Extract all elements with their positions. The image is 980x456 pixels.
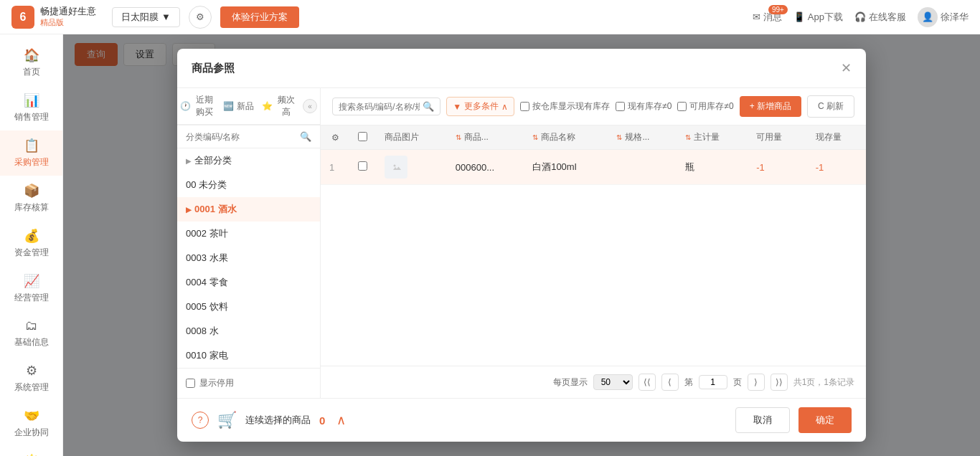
sidebar-item-sales[interactable]: 📊 销售管理	[0, 85, 62, 130]
category-item-all[interactable]: ▶ 全部分类	[177, 148, 320, 173]
table-row[interactable]: 1	[321, 150, 866, 185]
store-selector[interactable]: 日太阳膜 ▼	[112, 7, 180, 27]
modal-close-button[interactable]: ✕	[841, 60, 852, 76]
th-product-code: ⇅ 商品...	[447, 125, 524, 150]
page-number-input[interactable]	[699, 375, 727, 389]
new-icon: 🆕	[223, 101, 234, 111]
page-of-label: 页	[733, 376, 742, 389]
add-product-button[interactable]: + 新增商品	[740, 96, 801, 117]
collapse-left-button[interactable]: «	[303, 99, 317, 113]
online-service-nav-item[interactable]: 🎧 在线客服	[854, 11, 906, 24]
stock-not-zero-checkbox[interactable]	[616, 102, 625, 111]
sort-icon-name: ⇅	[532, 133, 538, 141]
sidebar-item-finance[interactable]: 💰 资金管理	[0, 221, 62, 266]
th-product-image: 商品图片	[376, 125, 447, 150]
message-badge: 99+	[768, 5, 788, 14]
nav-icons: ✉ 消息 99+ 📱 App下载 🎧 在线客服 👤 徐泽华	[753, 7, 969, 27]
tab-high-frequency[interactable]: ⭐ 频次高	[259, 88, 300, 124]
cell-image	[376, 150, 447, 185]
help-button[interactable]: ?	[192, 412, 209, 429]
checkbox-stock-not-zero[interactable]: 现有库存≠0	[616, 100, 672, 113]
operations-icon: 📈	[24, 273, 39, 289]
arrow-active-icon: ▶	[186, 206, 192, 214]
modal-title: 商品参照	[192, 62, 235, 75]
gear-button[interactable]: ⚙	[189, 6, 212, 29]
category-item-water[interactable]: 0008 水	[177, 319, 320, 343]
th-spec: ⇅ 规格...	[608, 125, 677, 150]
display-disabled-checkbox[interactable]	[186, 379, 195, 388]
category-label-liquor: 0001 酒水	[194, 203, 237, 216]
finance-icon: 💰	[24, 228, 39, 244]
category-item-fruit[interactable]: 0003 水果	[177, 246, 320, 270]
category-label-tea: 0002 茶叶	[186, 227, 228, 240]
inventory-icon: 📦	[24, 183, 39, 199]
last-page-button[interactable]: ⟩⟩	[771, 374, 788, 391]
category-search-input[interactable]	[186, 132, 297, 142]
sidebar-item-inventory[interactable]: 📦 库存核算	[0, 176, 62, 221]
username-label: 徐泽华	[941, 11, 969, 24]
category-item-appliance[interactable]: 0010 家电	[177, 343, 320, 368]
cart-icon[interactable]: 🛒	[217, 411, 237, 429]
category-item-snacks[interactable]: 0004 零食	[177, 270, 320, 295]
sidebar-item-system[interactable]: ⚙ 系统管理	[0, 356, 62, 401]
cell-name: 白酒100ml	[524, 150, 608, 185]
sidebar-label-inventory: 库存核算	[14, 201, 49, 214]
sidebar-item-home[interactable]: 🏠 首页	[0, 40, 62, 85]
prev-page-button[interactable]: ⟨	[661, 374, 679, 391]
category-label-fruit: 0003 水果	[186, 252, 228, 265]
user-avatar[interactable]: 👤 徐泽华	[918, 7, 969, 27]
cancel-button[interactable]: 取消	[735, 407, 790, 433]
avatar-icon: 👤	[918, 7, 938, 27]
page-label: 第	[684, 376, 693, 389]
sidebar-label-enterprise: 企业协同	[14, 427, 49, 439]
app-download-label: App下载	[808, 11, 843, 24]
category-label-snacks: 0004 零食	[186, 276, 228, 289]
stock-not-zero-label: 现有库存≠0	[628, 100, 672, 113]
category-label-uncategorized: 00 未分类	[186, 179, 227, 191]
category-item-beverage[interactable]: 0005 饮料	[177, 295, 320, 319]
arrow-right-icon: ▶	[186, 157, 192, 165]
page-size-select[interactable]: 50 20 100	[593, 374, 633, 390]
app-download-nav-item[interactable]: 📱 App下载	[793, 11, 843, 24]
system-icon: ⚙	[26, 363, 37, 379]
select-all-checkbox[interactable]	[358, 132, 367, 141]
category-item-uncategorized[interactable]: 00 未分类	[177, 173, 320, 197]
warehouse-stock-checkbox[interactable]	[520, 102, 529, 111]
checkbox-available-not-zero[interactable]: 可用库存≠0	[677, 100, 733, 113]
modal-body: 🕐 近期购买 🆕 新品 ⭐ 频次高 «	[177, 88, 866, 398]
category-label-beverage: 0005 饮料	[186, 300, 228, 313]
sidebar-item-guide[interactable]: 🌟 新手引导	[0, 446, 62, 456]
available-not-zero-checkbox[interactable]	[677, 102, 687, 111]
chevron-down-icon: ▼	[161, 11, 171, 22]
tab-new-product[interactable]: 🆕 新品	[218, 88, 259, 124]
confirm-button[interactable]: 确定	[798, 407, 852, 433]
th-product-name: ⇅ 商品名称	[524, 125, 608, 150]
refresh-product-button[interactable]: C 刷新	[807, 95, 854, 118]
product-search-icon: 🔍	[423, 101, 434, 112]
sidebar-item-procurement[interactable]: 📋 采购管理	[0, 130, 62, 176]
next-page-button[interactable]: ⟩	[748, 374, 765, 391]
th-settings: ⚙	[321, 125, 349, 150]
modal-left-panel: 🕐 近期购买 🆕 新品 ⭐ 频次高 «	[177, 88, 321, 398]
category-item-liquor[interactable]: ▶ 0001 酒水	[177, 197, 320, 222]
modal-header: 商品参照 ✕	[177, 49, 866, 88]
cell-code: 000600...	[447, 150, 524, 185]
row-checkbox[interactable]	[358, 161, 367, 171]
sidebar-item-operations[interactable]: 📈 经营管理	[0, 266, 62, 311]
category-search-row: 🔍	[177, 125, 320, 148]
tab-recent-purchase[interactable]: 🕐 近期购买	[177, 88, 218, 124]
category-item-tea[interactable]: 0002 茶叶	[177, 222, 320, 246]
checkbox-warehouse-stock[interactable]: 按仓库显示现有库存	[520, 100, 610, 113]
sidebar-label-finance: 资金管理	[14, 247, 49, 259]
sidebar-item-basic-info[interactable]: 🗂 基础信息	[0, 311, 62, 356]
product-search-input[interactable]	[339, 102, 420, 112]
home-icon: 🏠	[24, 47, 39, 63]
recent-purchase-label: 近期购买	[194, 94, 215, 118]
collapse-cart-button[interactable]: ∧	[336, 412, 346, 428]
trial-button[interactable]: 体验行业方案	[220, 6, 299, 28]
message-nav-item[interactable]: ✉ 消息 99+	[753, 11, 782, 24]
more-conditions-button[interactable]: ▼ 更多条件 ∧	[446, 97, 514, 116]
first-page-button[interactable]: ⟨⟨	[639, 374, 656, 391]
product-search-wrap: 🔍	[332, 98, 440, 115]
sidebar-item-enterprise[interactable]: 🤝 企业协同	[0, 401, 62, 446]
